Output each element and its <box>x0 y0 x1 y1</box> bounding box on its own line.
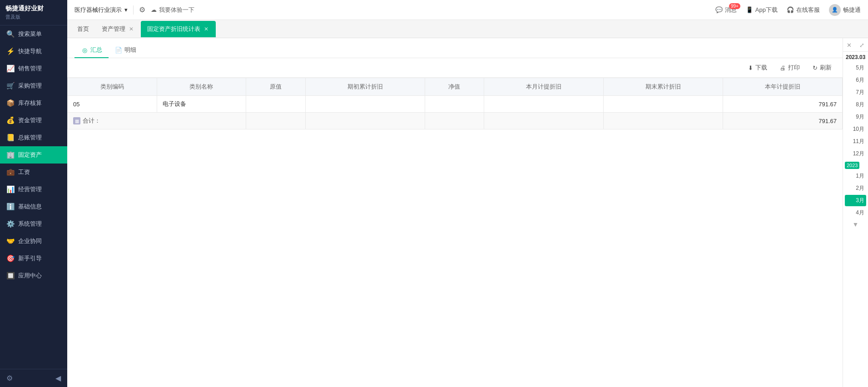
print-button[interactable]: 🖨 打印 <box>776 62 804 74</box>
app-download-label: App下载 <box>755 6 778 14</box>
nav-icon-salary: 💼 <box>6 168 15 176</box>
sidebar-item-search[interactable]: 🔍搜索菜单 <box>0 25 67 43</box>
nav-icon-purchase: 🛒 <box>6 82 15 90</box>
sum-icon: ▦ <box>73 117 80 124</box>
nav-icon-app-center: 🔲 <box>6 272 15 280</box>
month-item[interactable]: 8月 <box>843 99 868 111</box>
nav-label-guide: 新手引导 <box>18 254 42 263</box>
experience-cloud-icon: ☁ <box>151 6 157 13</box>
nav-label-sales: 销售管理 <box>18 64 42 73</box>
month-item-2023[interactable]: 2月 <box>843 182 868 194</box>
nav-label-basic-info: 基础信息 <box>18 203 42 211</box>
user-avatar-area[interactable]: 👤 畅捷通 <box>829 4 861 16</box>
cell-original <box>246 96 305 113</box>
nav-icon-ledger: 📒 <box>6 134 15 142</box>
message-button[interactable]: 💬 消息 99+ <box>715 6 737 14</box>
sidebar-item-sales[interactable]: 📈销售管理 <box>0 60 67 77</box>
user-name-label: 畅捷通 <box>843 6 861 14</box>
sidebar-item-fixed-assets[interactable]: 🏢固定资产 <box>0 146 67 164</box>
tab-close-depreciation-table[interactable]: ✕ <box>203 26 209 32</box>
year-label-top[interactable]: 2023.03 <box>843 52 868 62</box>
avatar-icon: 👤 <box>832 7 838 13</box>
company-selector[interactable]: 医疗器械行业演示 ▾ <box>74 6 128 14</box>
logo-sub: 普及版 <box>5 14 20 20</box>
tab-close-asset-mgmt[interactable]: ✕ <box>128 26 134 32</box>
month-item-2023[interactable]: 3月 <box>845 195 866 206</box>
sidebar-item-enterprise[interactable]: 🤝企业协同 <box>0 233 67 250</box>
content-main: ◎ 汇总 📄 明细 ⬇ 下载 🖨 打印 ↻ <box>67 38 843 387</box>
sidebar-item-ledger[interactable]: 📒总账管理 <box>0 129 67 146</box>
cell-annual: 791.67 <box>723 96 842 113</box>
col-code: 类别编码 <box>68 78 157 96</box>
nav-icon-inventory: 📦 <box>6 99 15 107</box>
sum-end-accum <box>603 113 723 129</box>
sidebar-item-app-center[interactable]: 🔲应用中心 <box>0 267 67 284</box>
sidebar-item-inventory[interactable]: 📦库存核算 <box>0 94 67 112</box>
month-item-2023[interactable]: 1月 <box>843 170 868 182</box>
message-badge: 99+ <box>729 3 740 9</box>
month-item[interactable]: 10月 <box>843 123 868 135</box>
tab-detail[interactable]: 📄 明细 <box>109 43 143 58</box>
col-original: 原值 <box>246 78 305 96</box>
customer-service-button[interactable]: 🎧 在线客服 <box>787 6 820 14</box>
download-button[interactable]: ⬇ 下载 <box>744 62 771 74</box>
month-item[interactable]: 5月 <box>843 62 868 74</box>
year-badge-2023[interactable]: 2023 <box>845 162 859 169</box>
cell-name: 电子设备 <box>157 96 246 113</box>
avatar: 👤 <box>829 4 841 16</box>
topbar-right: 💬 消息 99+ 📱 App下载 🎧 在线客服 👤 畅捷通 <box>715 4 861 16</box>
sidebar-logo: 畅捷通好业财 普及版 <box>0 0 67 25</box>
sum-original <box>246 113 305 129</box>
month-item[interactable]: 9月 <box>843 111 868 123</box>
tab-label-depreciation-table: 固定资产折旧统计表 <box>147 25 200 33</box>
tab-asset-mgmt[interactable]: 资产管理✕ <box>95 21 141 37</box>
detail-label: 明细 <box>124 46 136 54</box>
date-scroll[interactable]: 2023.03 5月6月7月8月9月10月11月12月20231月2月3月4月▼ <box>843 52 868 387</box>
tab-summary[interactable]: ◎ 汇总 <box>74 43 109 58</box>
nav-label-operations: 经营管理 <box>18 185 42 194</box>
print-icon: 🖨 <box>780 64 786 71</box>
month-item[interactable]: 6月 <box>843 74 868 86</box>
topbar-settings-icon[interactable]: ⚙ <box>139 5 145 14</box>
app-download-button[interactable]: 📱 App下载 <box>746 6 778 14</box>
sidebar-item-purchase[interactable]: 🛒采购管理 <box>0 77 67 94</box>
collapse-icon[interactable]: ◀ <box>55 374 61 382</box>
month-item[interactable]: 7月 <box>843 86 868 99</box>
logo-title: 畅捷通好业财 <box>5 5 44 13</box>
sidebar-item-operations[interactable]: 📊经营管理 <box>0 181 67 198</box>
sum-net <box>425 113 484 129</box>
print-label: 打印 <box>788 64 800 72</box>
detail-icon: 📄 <box>115 46 122 54</box>
month-item[interactable]: 12月 <box>843 148 868 160</box>
nav-label-system: 系统管理 <box>18 220 42 228</box>
sidebar: 畅捷通好业财 普及版 🔍搜索菜单⚡快捷导航📈销售管理🛒采购管理📦库存核算💰资金管… <box>0 0 67 387</box>
sum-annual: 791.67 <box>723 113 842 129</box>
tab-depreciation-table[interactable]: 固定资产折旧统计表✕ <box>141 21 216 37</box>
refresh-label: 刷新 <box>820 64 832 72</box>
nav-icon-fixed-assets: 🏢 <box>6 151 15 159</box>
cell-end-accum <box>603 96 723 113</box>
col-net: 净值 <box>425 78 484 96</box>
nav-icon-quick-nav: ⚡ <box>6 47 15 55</box>
refresh-button[interactable]: ↻ 刷新 <box>809 62 835 74</box>
settings-icon[interactable]: ⚙ <box>6 374 13 382</box>
tab-home[interactable]: 首页 <box>71 21 95 37</box>
sidebar-item-salary[interactable]: 💼工资 <box>0 164 67 181</box>
panel-expand-button[interactable]: ⤢ <box>858 41 865 50</box>
date-scroll-down[interactable]: ▼ <box>843 219 868 230</box>
nav-label-enterprise: 企业协同 <box>18 237 42 245</box>
refresh-icon: ↻ <box>813 64 818 71</box>
sidebar-item-quick-nav[interactable]: ⚡快捷导航 <box>0 43 67 60</box>
sidebar-item-system[interactable]: ⚙️系统管理 <box>0 215 67 233</box>
cell-monthly <box>484 96 603 113</box>
experience-button[interactable]: ☁ 我要体验一下 <box>151 6 194 14</box>
content-area: ◎ 汇总 📄 明细 ⬇ 下载 🖨 打印 ↻ <box>67 38 868 387</box>
month-item[interactable]: 11月 <box>843 135 868 148</box>
sidebar-item-guide[interactable]: 🎯新手引导 <box>0 250 67 267</box>
panel-close-button[interactable]: ✕ <box>846 41 853 50</box>
table-header-row: 类别编码 类别名称 原值 期初累计折旧 净值 本月计提折旧 期末累计折旧 本年计… <box>68 78 843 96</box>
sidebar-item-finance[interactable]: 💰资金管理 <box>0 112 67 129</box>
month-item-2023[interactable]: 4月 <box>843 207 868 219</box>
cell-net <box>425 96 484 113</box>
sidebar-item-basic-info[interactable]: ℹ️基础信息 <box>0 198 67 215</box>
